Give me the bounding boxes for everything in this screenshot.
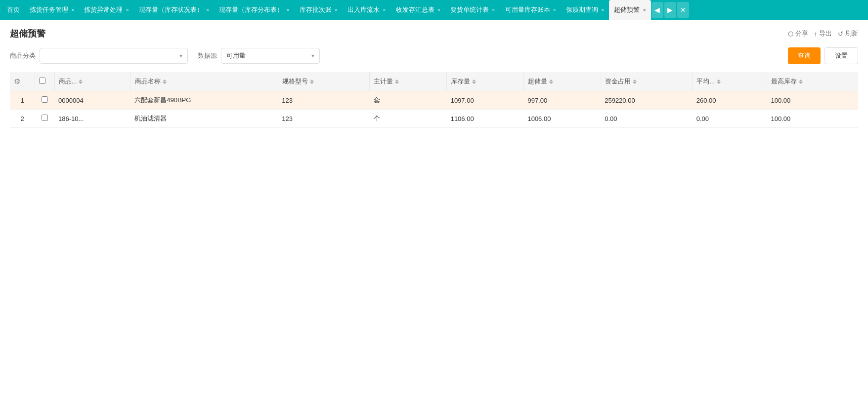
th-stock[interactable]: 库存量	[447, 72, 524, 91]
export-icon: ↑	[814, 30, 818, 38]
th-capital[interactable]: 资金占用	[601, 72, 693, 91]
nav-tab-label: 可用量库存账本	[505, 5, 550, 14]
nav-tab-1[interactable]: 拣货任务管理 ×	[25, 0, 79, 20]
close-icon[interactable]: ×	[71, 7, 74, 13]
th-code-label: 商品...	[59, 77, 77, 86]
th-max-label: 最高库存	[771, 77, 797, 86]
select-all-checkbox[interactable]	[39, 78, 45, 84]
row-max: 100.00	[767, 91, 858, 110]
th-checkbox	[35, 72, 54, 91]
share-button[interactable]: ⬡ 分享	[788, 29, 808, 38]
sort-icon	[163, 79, 167, 84]
row-max: 100.00	[767, 110, 858, 128]
category-select[interactable]: ▾	[40, 48, 188, 64]
sort-icon	[395, 79, 399, 84]
close-icon[interactable]: ×	[286, 7, 289, 13]
th-avg[interactable]: 平均...	[693, 72, 767, 91]
data-table: ⚙ 商品... 商品名称	[10, 72, 858, 128]
nav-tab-4[interactable]: 现存量（库存分布表） ×	[214, 0, 294, 20]
export-button[interactable]: ↑ 导出	[814, 29, 832, 38]
row-checkbox[interactable]	[42, 96, 48, 103]
row-code: 186-10...	[54, 110, 130, 128]
th-spec[interactable]: 规格型号	[278, 72, 370, 91]
category-label: 商品分类	[10, 51, 36, 60]
title-actions: ⬡ 分享 ↑ 导出 ↺ 刷新	[788, 29, 859, 38]
row-over: 1006.00	[523, 110, 601, 128]
table-row: 2 186-10... 机油滤清器 123 个 1106.00 1006.00 …	[10, 110, 858, 128]
sort-icon	[472, 79, 476, 84]
row-code: 0000004	[54, 91, 130, 110]
nav-next-button[interactable]: ▶	[664, 2, 676, 18]
nav-tab-5[interactable]: 库存批次账 ×	[295, 0, 343, 20]
page-title: 超储预警	[10, 28, 45, 40]
share-icon: ⬡	[788, 30, 793, 38]
gear-icon[interactable]: ⚙	[14, 77, 20, 85]
row-checkbox[interactable]	[42, 115, 48, 121]
nav-tab-7[interactable]: 收发存汇总表 ×	[391, 0, 445, 20]
th-unit[interactable]: 主计量	[370, 72, 447, 91]
row-stock: 1097.00	[447, 91, 524, 110]
close-icon[interactable]: ×	[206, 7, 209, 13]
sort-icon	[633, 79, 637, 84]
th-settings: ⚙	[10, 72, 35, 91]
row-checkbox-cell	[35, 110, 54, 128]
nav-tab-3[interactable]: 现存量（库存状况表） ×	[134, 0, 214, 20]
th-code[interactable]: 商品...	[54, 72, 130, 91]
nav-tab-9[interactable]: 可用量库存账本 ×	[500, 0, 561, 20]
row-index: 2	[10, 110, 35, 128]
chevron-down-icon: ▾	[311, 52, 314, 59]
nav-tab-label: 首页	[7, 5, 20, 14]
nav-tab-label: 收发存汇总表	[396, 5, 434, 14]
close-icon[interactable]: ×	[335, 7, 338, 13]
th-stock-label: 库存量	[451, 77, 470, 86]
th-name-label: 商品名称	[135, 77, 161, 86]
setting-button[interactable]: 设置	[825, 47, 858, 64]
row-avg: 0.00	[693, 110, 767, 128]
th-max[interactable]: 最高库存	[767, 72, 858, 91]
th-over[interactable]: 超储量	[523, 72, 601, 91]
category-filter: 商品分类 ▾	[10, 48, 188, 64]
close-icon[interactable]: ×	[437, 7, 440, 13]
nav-tab-10[interactable]: 保质期查询 ×	[561, 0, 609, 20]
nav-tab-label: 现存量（库存状况表）	[139, 5, 203, 14]
page-title-row: 超储预警 ⬡ 分享 ↑ 导出 ↺ 刷新	[10, 28, 858, 40]
th-capital-label: 资金占用	[605, 77, 631, 86]
datasource-filter: 数据源 可用量 ▾	[198, 48, 320, 64]
th-name[interactable]: 商品名称	[130, 72, 278, 91]
row-spec: 123	[278, 110, 370, 128]
close-icon[interactable]: ×	[643, 7, 646, 13]
th-avg-label: 平均...	[696, 77, 715, 86]
query-button[interactable]: 查询	[788, 47, 821, 64]
nav-tab-active[interactable]: 超储预警 ×	[609, 0, 651, 20]
row-stock: 1106.00	[447, 110, 524, 128]
close-icon[interactable]: ×	[126, 7, 129, 13]
datasource-label: 数据源	[198, 51, 217, 60]
nav-prev-button[interactable]: ◀	[651, 2, 663, 18]
sort-icon	[549, 79, 553, 84]
close-icon[interactable]: ×	[383, 7, 386, 13]
refresh-button[interactable]: ↺ 刷新	[838, 29, 858, 38]
row-name: 机油滤清器	[130, 110, 278, 128]
th-unit-label: 主计量	[374, 77, 393, 86]
datasource-select[interactable]: 可用量 ▾	[221, 48, 320, 64]
table-row: 1 0000004 六配套新昌490BPG 123 套 1097.00 997.…	[10, 91, 858, 110]
datasource-value: 可用量	[226, 51, 246, 60]
nav-tab-2[interactable]: 拣货异常处理 ×	[79, 0, 133, 20]
nav-tab-label: 拣货任务管理	[30, 5, 68, 14]
nav-tab-8[interactable]: 要货单统计表 ×	[445, 0, 500, 20]
row-name: 六配套新昌490BPG	[130, 91, 278, 110]
close-icon[interactable]: ×	[553, 7, 556, 13]
row-spec: 123	[278, 91, 370, 110]
refresh-icon: ↺	[838, 30, 843, 38]
close-icon[interactable]: ×	[601, 7, 604, 13]
close-icon[interactable]: ×	[492, 7, 495, 13]
table-header-row: ⚙ 商品... 商品名称	[10, 72, 858, 91]
filter-area: 商品分类 ▾ 数据源 可用量 ▾ 查询 设置	[10, 47, 858, 64]
nav-bar: 首页 拣货任务管理 × 拣货异常处理 × 现存量（库存状况表） × 现存量（库存…	[0, 0, 868, 20]
th-over-label: 超储量	[528, 77, 547, 86]
nav-tab-label: 保质期查询	[566, 5, 598, 14]
nav-tab-6[interactable]: 出入库流水 ×	[343, 0, 391, 20]
row-capital: 259220.00	[601, 91, 693, 110]
nav-close-all-button[interactable]: ✕	[677, 2, 689, 18]
nav-tab-home[interactable]: 首页	[2, 0, 25, 20]
